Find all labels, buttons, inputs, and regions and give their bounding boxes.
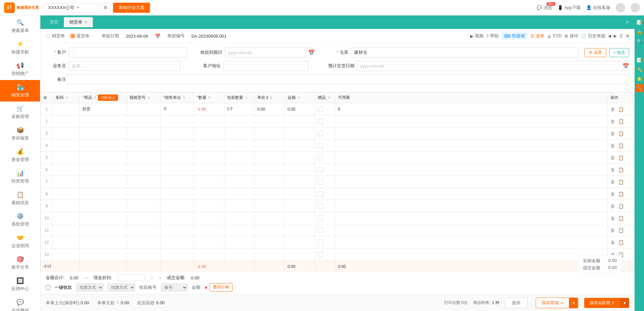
total-owed-circle[interactable]: ② — [116, 301, 119, 305]
customer-input[interactable] — [69, 47, 187, 57]
cell-gift-11[interactable] — [315, 236, 335, 248]
delete-icon-7[interactable]: 🗑 — [610, 191, 615, 197]
abandon-button[interactable]: 放弃 — [505, 298, 528, 308]
cell-gift-7[interactable] — [315, 188, 335, 200]
cell-price-2[interactable] — [255, 127, 285, 140]
cell-qty-1[interactable] — [194, 115, 224, 127]
cell-barcode-10[interactable] — [53, 224, 80, 236]
copy-icon-1[interactable]: 📋 — [618, 119, 624, 124]
minus-icon[interactable]: — — [84, 275, 88, 280]
delete-icon-1[interactable]: 🗑 — [610, 119, 615, 124]
cell-spec-6[interactable] — [127, 176, 160, 188]
save-new-arrow[interactable]: ▼ — [620, 298, 629, 308]
cell-product-1[interactable] — [80, 115, 127, 127]
warehouse-dots[interactable]: ... — [581, 50, 584, 55]
rp-btn-6[interactable]: ✏️ — [635, 65, 643, 73]
cell-amount-2[interactable] — [285, 127, 315, 140]
settlement-select[interactable]: 结算方式 — [76, 283, 104, 291]
cell-gift-3[interactable] — [315, 140, 335, 152]
cell-pkg-qty-8[interactable] — [224, 200, 255, 212]
cell-unit-3[interactable] — [160, 140, 194, 152]
copy-icon-10[interactable]: 📋 — [618, 228, 624, 233]
copy-icon-5[interactable]: 📋 — [618, 167, 624, 172]
delete-icon-2[interactable]: 🗑 — [610, 131, 615, 136]
cell-barcode-9[interactable] — [53, 212, 80, 224]
cell-price-9[interactable] — [255, 212, 285, 224]
sidebar-item-sales[interactable]: 🏪 销售管理 — [0, 80, 40, 102]
account-select[interactable]: 账号 — [161, 283, 188, 291]
cell-pkg-qty-6[interactable] — [224, 176, 255, 188]
sidebar-item-finance[interactable]: 💰 资金管理 — [0, 145, 40, 166]
radio-sale[interactable]: 销货单 — [46, 33, 65, 39]
cell-unit-11[interactable] — [160, 236, 194, 248]
cell-unit-6[interactable] — [160, 176, 194, 188]
select-order-btn[interactable]: ☰ 选单 — [530, 33, 544, 39]
settings-button[interactable]: ⚙ 设置 — [584, 48, 606, 57]
cell-unit-4[interactable] — [160, 152, 194, 164]
rp-btn-8[interactable]: 🔧 — [635, 84, 643, 92]
company-selector[interactable]: XXXXXX公司 ▼ — [44, 3, 98, 12]
cell-gift-8[interactable] — [315, 200, 335, 212]
copy-icon-11[interactable]: 📋 — [618, 240, 624, 245]
sidebar-item-apps[interactable]: 🔲 应用中心 — [0, 274, 40, 295]
cell-spec-8[interactable] — [127, 200, 160, 212]
cell-pkg-qty-10[interactable] — [224, 224, 255, 236]
cell-barcode-5[interactable] — [53, 164, 80, 176]
address-dots[interactable]: ... — [311, 64, 315, 69]
cell-product-12[interactable] — [80, 248, 127, 261]
calc-method-select[interactable]: 结算方式 — [108, 283, 135, 291]
cell-qty-9[interactable] — [194, 212, 224, 224]
salesperson-dots[interactable]: ... — [183, 64, 187, 69]
radio-return[interactable]: 退货单 — [70, 33, 89, 39]
cash-discount-input[interactable] — [118, 274, 145, 281]
cell-qty-3[interactable] — [194, 140, 224, 152]
copy-icon-8[interactable]: 📋 — [618, 203, 624, 209]
cell-pkg-qty-3[interactable] — [224, 140, 255, 152]
sidebar-item-purchase[interactable]: 🛒 采购管理 — [0, 102, 40, 123]
cell-product-8[interactable] — [80, 200, 127, 212]
sidebar-item-basic[interactable]: 📋 基础信息 — [0, 188, 40, 209]
tab-close-icon[interactable]: ✕ — [84, 20, 87, 25]
cell-pkg-qty-9[interactable] — [224, 212, 255, 224]
history-btn[interactable]: 📄 历史单据 — [581, 33, 605, 39]
cell-qty-10[interactable] — [194, 224, 224, 236]
cell-price-7[interactable] — [255, 188, 285, 200]
cell-product-10[interactable] — [80, 224, 127, 236]
cell-price-12[interactable] — [255, 248, 285, 261]
cell-price-6[interactable] — [255, 176, 285, 188]
cell-unit-7[interactable] — [160, 188, 194, 200]
notes-input[interactable] — [66, 74, 629, 84]
th-settings[interactable]: ⚙ — [41, 92, 53, 103]
cell-price-0[interactable]: 0.00 — [255, 103, 285, 115]
cell-amount-11[interactable] — [285, 236, 315, 248]
cell-unit-2[interactable] — [160, 127, 194, 140]
cell-qty-6[interactable] — [194, 176, 224, 188]
rp-btn-2[interactable]: 🔒 — [635, 28, 643, 36]
sidebar-item-search[interactable]: 🔍 搜索菜单 — [0, 15, 40, 37]
cell-spec-10[interactable] — [127, 224, 160, 236]
cell-amount-10[interactable] — [285, 224, 315, 236]
cell-product-11[interactable] — [80, 236, 127, 248]
close-window-icon[interactable]: ✕ — [625, 20, 629, 25]
cell-unit-9[interactable] — [160, 212, 194, 224]
cell-barcode-3[interactable] — [53, 140, 80, 152]
help-circle-icon[interactable]: ⓘ — [150, 275, 154, 280]
cell-unit-12[interactable] — [160, 248, 194, 261]
cell-pkg-qty-12[interactable] — [224, 248, 255, 261]
cell-spec-4[interactable] — [127, 152, 160, 164]
delete-icon-5[interactable]: 🗑 — [610, 167, 615, 172]
fenyong-button[interactable]: 费用分摊 — [209, 283, 233, 291]
cell-product-2[interactable] — [80, 127, 127, 140]
cell-spec-3[interactable] — [127, 140, 160, 152]
cell-price-3[interactable] — [255, 140, 285, 152]
copy-icon-9[interactable]: 📋 — [618, 216, 624, 221]
copy-icon-7[interactable]: 📋 — [618, 191, 624, 197]
cell-qty-11[interactable] — [194, 236, 224, 248]
cell-product-3[interactable] — [80, 140, 127, 152]
avatar2[interactable] — [631, 3, 640, 12]
delete-icon-9[interactable]: 🗑 — [610, 216, 615, 221]
cell-gift-1[interactable] — [315, 115, 335, 127]
cell-amount-9[interactable] — [285, 212, 315, 224]
cell-qty-12[interactable] — [194, 248, 224, 261]
cell-barcode-0[interactable] — [53, 103, 80, 115]
